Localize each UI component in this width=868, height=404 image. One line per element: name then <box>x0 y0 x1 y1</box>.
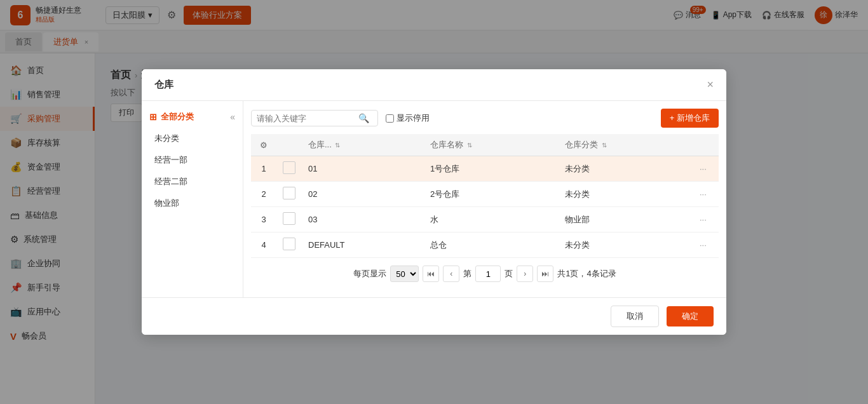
table-head: ⚙ 仓库... ⇅ 仓库名称 ⇅ <box>251 134 719 156</box>
table-toolbar: 🔍 显示停用 + 新增仓库 <box>251 109 719 128</box>
row-category-3: 物业部 <box>559 207 693 232</box>
row-index-2: 2 <box>251 182 276 207</box>
table-row[interactable]: 3 03 水 物业部 ··· <box>251 207 719 232</box>
table-panel: 🔍 显示停用 + 新增仓库 ⚙ <box>243 101 726 297</box>
checkbox-icon <box>283 161 295 174</box>
checkbox-icon <box>283 187 295 199</box>
col-category: 仓库分类 ⇅ <box>559 134 693 156</box>
table-row[interactable]: 1 01 1号仓库 未分类 ··· <box>251 156 719 182</box>
row-code-1: 01 <box>302 156 424 182</box>
warehouse-modal: 仓库 × ⊞ 全部分类 « 未分类 经营一部 <box>142 69 726 335</box>
row-code-4: DEFAULT <box>302 232 424 258</box>
next-page-button[interactable]: › <box>517 266 533 282</box>
row-category-1: 未分类 <box>559 156 693 182</box>
more-icon: ··· <box>700 215 707 224</box>
more-icon: ··· <box>700 240 707 250</box>
row-more-2[interactable]: ··· <box>693 182 719 207</box>
prev-page-button[interactable]: ‹ <box>443 266 459 282</box>
first-page-button[interactable]: ⏮ <box>423 266 439 282</box>
row-more-3[interactable]: ··· <box>693 207 719 232</box>
category-item-property[interactable]: 物业部 <box>142 192 243 214</box>
modal-header: 仓库 × <box>142 69 726 101</box>
row-checkbox-1[interactable] <box>276 156 302 182</box>
category-label: 经营二部 <box>154 177 187 186</box>
category-label: 物业部 <box>154 198 179 208</box>
total-label: 共1页，4条记录 <box>557 268 616 279</box>
modal-footer: 取消 确定 <box>142 297 726 335</box>
row-name-4: 总仓 <box>424 232 559 258</box>
category-label: 未分类 <box>154 133 179 143</box>
row-checkbox-3[interactable] <box>276 207 302 232</box>
row-code-3: 03 <box>302 207 424 232</box>
category-header[interactable]: ⊞ 全部分类 « <box>142 106 243 128</box>
row-index-1: 1 <box>261 164 266 173</box>
table-row[interactable]: 2 02 2号仓库 未分类 ··· <box>251 182 719 207</box>
row-name-3: 水 <box>424 207 559 232</box>
category-item-operation1[interactable]: 经营一部 <box>142 149 243 171</box>
page-suffix: 页 <box>505 268 513 279</box>
row-index-3: 3 <box>251 207 276 232</box>
table-container: ⚙ 仓库... ⇅ 仓库名称 ⇅ <box>251 134 719 258</box>
modal-close-button[interactable]: × <box>707 78 714 91</box>
table-row[interactable]: 4 DEFAULT 总仓 未分类 ··· <box>251 232 719 258</box>
row-index-4: 4 <box>251 232 276 258</box>
more-icon: ··· <box>700 189 707 199</box>
modal-title: 仓库 <box>154 79 173 91</box>
row-code-2: 02 <box>302 182 424 207</box>
col-actions <box>693 134 719 156</box>
sort-icon-cat: ⇅ <box>602 142 607 149</box>
last-page-button[interactable]: ⏭ <box>537 266 553 282</box>
per-page-label: 每页显示 <box>353 268 386 279</box>
modal-overlay: 仓库 × ⊞ 全部分类 « 未分类 经营一部 <box>0 0 868 404</box>
category-item-operation2[interactable]: 经营二部 <box>142 171 243 192</box>
sort-icon-name: ⇅ <box>467 142 472 149</box>
cancel-button[interactable]: 取消 <box>611 306 659 327</box>
row-name-2: 2号仓库 <box>424 182 559 207</box>
col-name: 仓库名称 ⇅ <box>424 134 559 156</box>
category-label: 经营一部 <box>154 155 187 165</box>
collapse-icon[interactable]: « <box>230 112 235 122</box>
search-input-wrap: 🔍 <box>251 110 378 126</box>
search-icon[interactable]: 🔍 <box>358 113 369 123</box>
row-category-4: 未分类 <box>559 232 693 258</box>
category-item-uncategorized[interactable]: 未分类 <box>142 128 243 149</box>
pagination: 每页显示 50 ⏮ ‹ 第 页 › ⏭ 共1页，4条记录 <box>251 258 719 290</box>
search-input[interactable] <box>257 114 358 123</box>
row-checkbox-4[interactable] <box>276 232 302 258</box>
warehouse-table: ⚙ 仓库... ⇅ 仓库名称 ⇅ <box>251 134 719 258</box>
row-more-4[interactable]: ··· <box>693 232 719 258</box>
page-number-input[interactable] <box>475 266 501 282</box>
col-code: 仓库... ⇅ <box>302 134 424 156</box>
category-all: ⊞ 全部分类 <box>149 111 194 123</box>
grid-icon: ⊞ <box>149 112 157 122</box>
row-settings[interactable]: 1 <box>251 156 276 182</box>
show-disabled-label[interactable]: 显示停用 <box>386 112 430 124</box>
per-page-select[interactable]: 50 <box>390 266 419 282</box>
modal-body: ⊞ 全部分类 « 未分类 经营一部 经营二部 物业部 <box>142 101 726 297</box>
checkbox-icon <box>283 238 295 250</box>
page-label: 第 <box>463 268 471 279</box>
sort-icon: ⇅ <box>335 142 340 149</box>
row-category-2: 未分类 <box>559 182 693 207</box>
row-checkbox-2[interactable] <box>276 182 302 207</box>
show-disabled-checkbox[interactable] <box>386 114 394 123</box>
col-checkbox <box>276 134 302 156</box>
add-warehouse-button[interactable]: + 新增仓库 <box>661 109 719 128</box>
confirm-button[interactable]: 确定 <box>667 306 714 327</box>
row-more-1[interactable]: ··· <box>693 156 719 182</box>
row-name-1: 1号仓库 <box>424 156 559 182</box>
category-panel: ⊞ 全部分类 « 未分类 经营一部 经营二部 物业部 <box>142 101 243 297</box>
show-disabled-text: 显示停用 <box>397 112 430 124</box>
table-body: 1 01 1号仓库 未分类 ··· 2 <box>251 156 719 258</box>
table-header-row: ⚙ 仓库... ⇅ 仓库名称 ⇅ <box>251 134 719 156</box>
all-category-label: 全部分类 <box>161 111 194 123</box>
col-settings: ⚙ <box>251 134 276 156</box>
more-icon: ··· <box>700 164 707 173</box>
checkbox-icon <box>283 212 295 225</box>
